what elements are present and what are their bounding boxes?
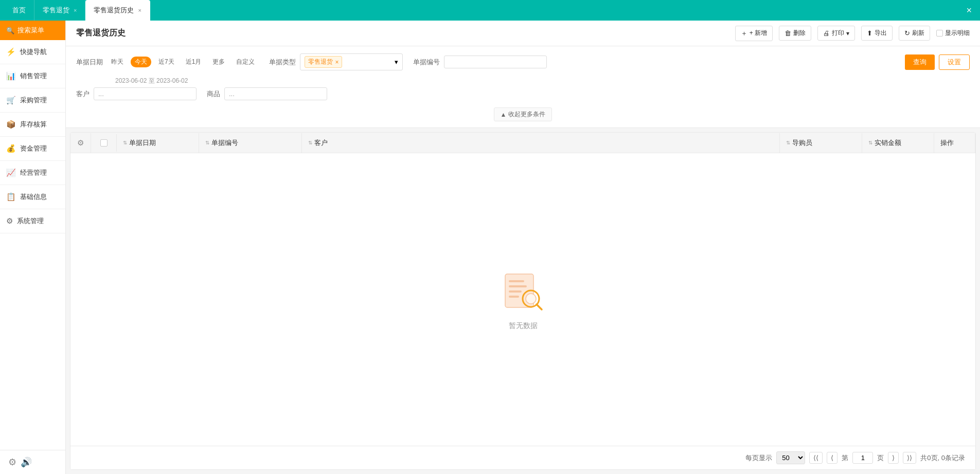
type-select-dropdown-icon: ▾ [395,58,398,66]
collapse-button[interactable]: ▲ 收起更多条件 [494,107,553,121]
date-btn-today[interactable]: 今天 [131,57,151,67]
export-button[interactable]: ⬆ 导出 [861,26,893,41]
collapse-row: ▲ 收起更多条件 [76,105,970,123]
type-select[interactable]: 零售退货 × ▾ [300,53,403,70]
customer-filter-label: 客户 [76,89,90,99]
tab-retail-return[interactable]: 零售退货 × [34,0,85,21]
page-prev-button[interactable]: ⟨ [827,452,838,464]
quick-nav-icon: ⚡ [6,47,16,57]
date-btn-custom[interactable]: 自定义 [232,57,259,67]
date-btn-yesterday[interactable]: 昨天 [107,57,128,67]
operations-icon: 📈 [6,168,16,177]
refresh-icon: ↻ [904,29,910,37]
th-checkbox[interactable] [91,134,117,152]
date-btn-1month[interactable]: 近1月 [182,57,206,67]
settings-gear-icon[interactable]: ⚙ [8,457,16,468]
volume-icon[interactable]: 🔊 [21,457,32,468]
page-last-button[interactable]: ⟩⟩ [903,452,916,464]
th-sort-icon-2: ⇅ [205,140,209,145]
sidebar: 🔍 搜索菜单 ⚡ 快捷导航 📊 销售管理 🛒 采购管理 📦 库存核算 💰 资金管… [0,21,66,474]
customer-filter-input[interactable]: ... [94,87,197,100]
type-filter: 单据类型 零售退货 × ▾ [269,53,403,70]
refresh-button[interactable]: ↻ 刷新 [899,26,930,41]
sidebar-item-system[interactable]: ⚙ 系统管理 [0,209,65,233]
select-all-checkbox[interactable] [100,139,108,147]
sidebar-item-sales[interactable]: 📊 销售管理 [0,64,65,88]
export-icon: ⬆ [867,29,872,37]
sidebar-item-inventory[interactable]: 📦 库存核算 [0,113,65,137]
svg-point-6 [526,294,536,304]
number-filter-input[interactable] [444,56,547,68]
date-range-display: 2023-06-02 至 2023-06-02 [76,76,970,87]
sidebar-item-basic-info[interactable]: 📋 基础信息 [0,185,65,209]
per-page-select[interactable]: 50 100 200 [776,451,805,464]
th-action: 操作 [934,133,975,153]
th-settings[interactable]: ⚙ [70,133,91,153]
page-first-button[interactable]: ⟨⟨ [809,452,823,464]
svg-rect-4 [509,296,519,298]
search-icon: 🔍 [6,27,14,34]
page-label-suffix: 页 [877,453,884,463]
inventory-icon: 📦 [6,120,16,129]
svg-rect-2 [509,285,527,287]
sidebar-item-finance[interactable]: 💰 资金管理 [0,137,65,161]
tab-close-icon-active[interactable]: × [138,7,141,13]
th-sort-icon-3: ⇅ [308,140,312,145]
tab-close-icon[interactable]: × [74,7,77,13]
delete-button[interactable]: 🗑 删除 [779,26,811,41]
th-sort-icon-4: ⇅ [786,140,790,145]
page-next-button[interactable]: ⟩ [888,452,899,464]
date-btn-7days[interactable]: 近7天 [154,57,179,67]
per-page-label: 每页显示 [745,453,772,463]
top-bar: 首页 零售退货 × 零售退货历史 × × [0,0,980,21]
th-number: ⇅ 单据编号 [199,133,302,153]
print-dropdown-icon: ▾ [846,30,849,37]
th-sort-icon-5: ⇅ [868,140,872,145]
show-detail-checkbox[interactable] [936,30,943,37]
query-button[interactable]: 查询 [905,54,935,70]
filter-area: 单据日期 昨天 今天 近7天 近1月 更多 自定义 单据类型 零售退货 [66,46,980,128]
sidebar-item-operations[interactable]: 📈 经营管理 [0,161,65,185]
date-shortcuts: 昨天 今天 近7天 近1月 更多 自定义 [107,57,259,67]
print-icon: 🖨 [823,29,830,37]
date-btn-more[interactable]: 更多 [208,57,229,67]
date-filter-label: 单据日期 [76,58,103,67]
table-header: ⚙ ⇅ 单据日期 ⇅ 单据编号 ⇅ 客户 ⇅ [70,133,975,153]
number-filter: 单据编号 [413,56,547,68]
tab-retail-return-history[interactable]: 零售退货历史 × [85,0,150,21]
collapse-up-icon: ▲ [501,111,507,118]
sidebar-item-quick-nav[interactable]: ⚡ 快捷导航 [0,40,65,64]
tab-home[interactable]: 首页 [4,0,34,21]
sidebar-item-purchase[interactable]: 🛒 采购管理 [0,88,65,113]
table-body: 暂无数据 [70,153,975,446]
svg-rect-1 [509,280,524,282]
window-close-button[interactable]: × [958,0,980,21]
new-button[interactable]: ＋ + 新增 [735,26,773,41]
content-area: 零售退货历史 ＋ + 新增 🗑 删除 🖨 打印 ▾ ⬆ 导出 [66,21,980,474]
finance-icon: 💰 [6,144,16,153]
type-filter-label: 单据类型 [269,58,296,67]
sidebar-bottom: ⚙ 🔊 [0,450,65,474]
date-filter: 单据日期 昨天 今天 近7天 近1月 更多 自定义 [76,57,259,67]
filter-row-2: 客户 ... 商品 ... [76,87,970,100]
sales-icon: 📊 [6,71,16,81]
type-tag: 零售退货 × [305,56,342,68]
th-date: ⇅ 单据日期 [117,133,199,153]
set-button[interactable]: 设置 [939,54,970,70]
empty-illustration [497,269,549,315]
page-header: 零售退货历史 ＋ + 新增 🗑 删除 🖨 打印 ▾ ⬆ 导出 [66,21,980,46]
sidebar-search[interactable]: 🔍 搜索菜单 [0,21,65,40]
purchase-icon: 🛒 [6,96,16,105]
show-detail-checkbox-label[interactable]: 显示明细 [936,29,970,38]
system-icon: ⚙ [6,216,13,226]
table-settings-icon[interactable]: ⚙ [77,138,84,148]
th-amount: ⇅ 实销金额 [862,133,934,153]
page-input[interactable] [852,452,873,464]
empty-text: 暂无数据 [509,321,538,331]
table-footer: 每页显示 50 100 200 ⟨⟨ ⟨ 第 页 ⟩ ⟩⟩ 共0页, 0条记录 [70,446,975,469]
type-tag-remove[interactable]: × [335,59,338,66]
main-layout: 🔍 搜索菜单 ⚡ 快捷导航 📊 销售管理 🛒 采购管理 📦 库存核算 💰 资金管… [0,21,980,474]
goods-filter-input[interactable]: ... [224,87,327,100]
svg-line-7 [537,304,542,309]
print-button[interactable]: 🖨 打印 ▾ [817,26,855,41]
